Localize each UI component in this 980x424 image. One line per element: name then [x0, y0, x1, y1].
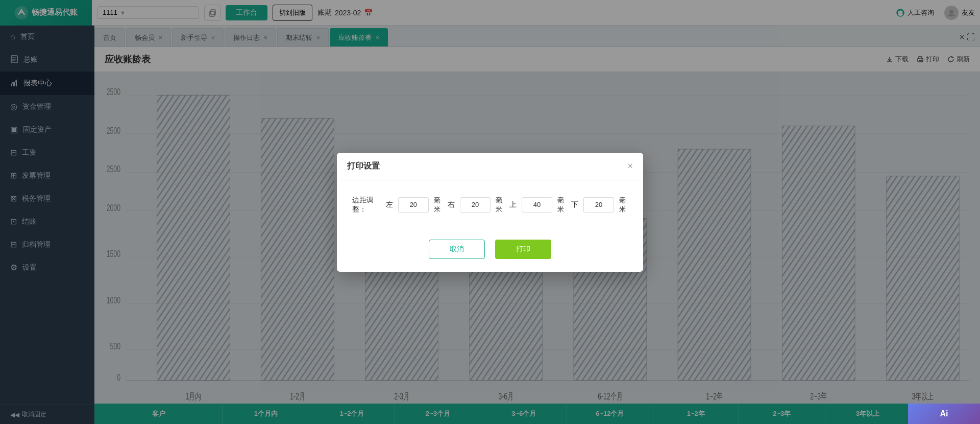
top-dir-label: 上: [509, 200, 517, 209]
cancel-button[interactable]: 取消: [429, 240, 485, 259]
margin-settings-row: 边距调整： 左 毫米 右 毫米 上 毫米 下 毫米: [352, 196, 628, 214]
left-dir-label: 左: [386, 200, 393, 209]
bottom-margin-input[interactable]: [583, 197, 614, 213]
margin-label: 边距调整：: [352, 196, 376, 214]
left-unit: 毫米: [434, 196, 443, 214]
modal-print-button[interactable]: 打印: [495, 240, 551, 259]
modal-footer: 取消 打印: [337, 229, 643, 272]
modal-title: 打印设置: [347, 161, 380, 172]
modal-close-button[interactable]: ×: [627, 161, 633, 172]
bottom-unit: 毫米: [619, 196, 628, 214]
top-margin-input[interactable]: [522, 197, 552, 213]
modal-overlay: 打印设置 × 边距调整： 左 毫米 右 毫米 上 毫米 下 毫米 取消 打印: [0, 0, 980, 424]
ai-badge[interactable]: Ai: [908, 404, 980, 424]
right-margin-input[interactable]: [460, 197, 491, 213]
top-unit: 毫米: [557, 196, 566, 214]
ai-label: Ai: [940, 409, 948, 418]
modal-body: 边距调整： 左 毫米 右 毫米 上 毫米 下 毫米: [337, 180, 643, 229]
left-margin-input[interactable]: [398, 197, 429, 213]
print-settings-modal: 打印设置 × 边距调整： 左 毫米 右 毫米 上 毫米 下 毫米 取消 打印: [337, 153, 643, 272]
modal-header: 打印设置 ×: [337, 153, 643, 180]
right-unit: 毫米: [496, 196, 504, 214]
bottom-dir-label: 下: [571, 200, 578, 209]
right-dir-label: 右: [448, 200, 455, 209]
